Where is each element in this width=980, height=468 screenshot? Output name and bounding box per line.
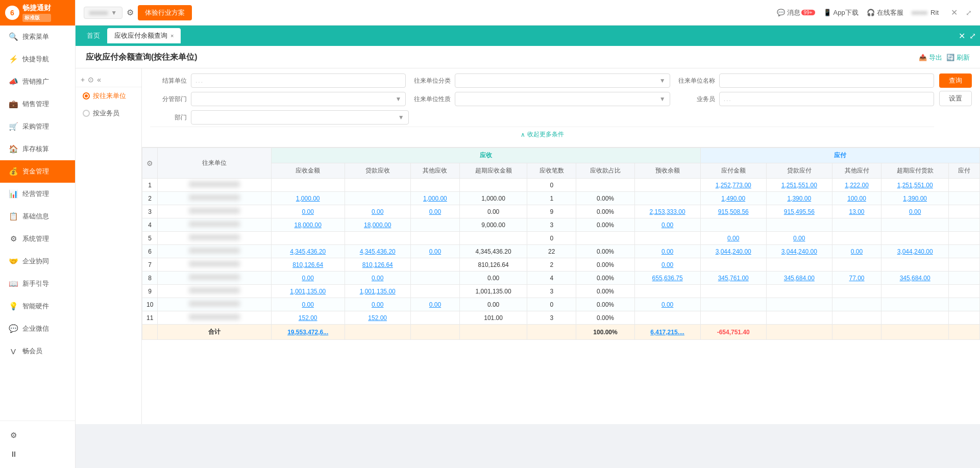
table-cell[interactable] [634,232,700,245]
sidebar-item-7[interactable]: 📊经营管理 [0,183,75,205]
table-cell[interactable]: 1,490.00 [700,192,766,205]
sidebar-item-9[interactable]: ⚙系统管理 [0,228,75,250]
table-cell[interactable]: 0.00 [345,272,410,285]
settings-btn[interactable]: 设置 [939,91,972,106]
table-cell[interactable]: 0.00 [345,205,410,218]
table-cell[interactable] [345,232,410,245]
sidebar-pause[interactable]: ⏸ [0,445,75,463]
table-cell[interactable] [700,258,766,272]
table-cell[interactable]: 915,495.56 [766,205,832,218]
table-cell[interactable] [700,285,766,298]
table-cell[interactable]: 0.00 [271,298,345,311]
sidebar-item-1[interactable]: ⚡快捷导航 [0,48,75,70]
table-cell[interactable]: 0.00 [410,245,459,258]
table-cell[interactable]: 0.00 [345,298,410,311]
footer-prepaid-bal[interactable]: 6,417,215.... [634,325,700,340]
table-cell[interactable] [766,298,832,311]
tab-close-all-btn[interactable]: ✕ [959,31,965,41]
table-cell[interactable] [832,311,881,325]
table-cell[interactable] [410,272,459,285]
table-cell[interactable]: 18,000.00 [345,218,410,232]
counterpart-category-input[interactable]: ▼ [455,73,670,88]
table-cell[interactable]: 0.00 [271,272,345,285]
table-cell[interactable]: 345,684.00 [881,272,949,285]
filter-panel-item-salesperson[interactable]: 按业务员 [76,105,141,122]
user-name[interactable]: Rit [930,9,939,16]
table-cell[interactable] [345,179,410,192]
table-cell[interactable]: 0.00 [410,298,459,311]
expand-window-btn[interactable]: ⤢ [966,9,972,17]
table-cell[interactable]: 100.00 [832,192,881,205]
table-cell[interactable]: 810,126.64 [271,258,345,272]
table-cell[interactable]: 4,345,436.20 [271,245,345,258]
table-cell[interactable] [881,218,949,232]
table-cell[interactable]: 18,000.00 [271,218,345,232]
table-cell[interactable]: 0.00 [634,218,700,232]
table-cell[interactable] [271,232,345,245]
table-cell[interactable]: 345,761.00 [700,272,766,285]
tab-active[interactable]: 应收应付余额查询 × [107,28,181,43]
table-cell[interactable]: 0.00 [410,205,459,218]
table-cell[interactable] [766,285,832,298]
settings-view-btn[interactable]: ⊙ [88,76,94,84]
filter-panel-item-counterpart[interactable]: 按往来单位 [76,87,141,105]
query-btn[interactable]: 查询 [939,73,972,88]
table-cell[interactable] [766,258,832,272]
table-cell[interactable] [832,218,881,232]
table-cell[interactable] [700,311,766,325]
table-cell[interactable]: 1,000.00 [410,192,459,205]
table-cell[interactable]: 3,044,240.00 [766,245,832,258]
table-cell[interactable] [881,311,949,325]
table-cell[interactable]: 0.00 [700,232,766,245]
branch-dept-input[interactable]: ▼ [191,92,406,106]
table-cell[interactable] [881,285,949,298]
tab-close-btn[interactable]: × [170,33,174,39]
table-cell[interactable] [634,179,700,192]
table-cell[interactable]: 810,126.64 [345,258,410,272]
settlement-unit-input[interactable]: ... [191,73,406,88]
table-cell[interactable]: 0.00 [271,205,345,218]
table-cell[interactable]: 1,390.00 [881,192,949,205]
table-cell[interactable] [634,285,700,298]
sidebar-item-6[interactable]: 💰资金管理 [0,160,75,183]
table-cell[interactable] [832,258,881,272]
sidebar-item-4[interactable]: 🛒采购管理 [0,115,75,138]
table-cell[interactable] [832,298,881,311]
sidebar-item-5[interactable]: 🏠库存核算 [0,138,75,160]
app-download-btn[interactable]: 📱 App下载 [823,8,859,17]
table-cell[interactable]: 3,044,240.00 [700,245,766,258]
table-cell[interactable] [410,232,459,245]
sidebar-item-0[interactable]: 🔍搜索菜单 [0,26,75,48]
sidebar-item-2[interactable]: 📣营销推广 [0,70,75,93]
table-cell[interactable]: 915,508.56 [700,205,766,218]
close-window-btn[interactable]: ✕ [951,8,958,17]
table-cell[interactable]: 152.00 [345,311,410,325]
sidebar-item-8[interactable]: 📋基础信息 [0,205,75,228]
online-service-btn[interactable]: 🎧 在线客服 [867,8,903,17]
sidebar-item-14[interactable]: V畅会员 [0,340,75,362]
table-cell[interactable]: 1,000.00 [271,192,345,205]
sidebar-item-10[interactable]: 🤝企业协同 [0,250,75,273]
add-view-btn[interactable]: + [81,76,85,84]
footer-rec-amount[interactable]: 19,553,472,6... [271,325,345,340]
table-cell[interactable] [634,311,700,325]
table-cell[interactable] [634,192,700,205]
table-cell[interactable] [410,179,459,192]
sidebar-item-12[interactable]: 💡智能硬件 [0,295,75,317]
table-cell[interactable]: 1,251,551.00 [881,179,949,192]
counterpart-name-input[interactable] [719,73,934,88]
table-cell[interactable] [410,285,459,298]
table-cell[interactable] [410,258,459,272]
table-cell[interactable]: 1,222.00 [832,179,881,192]
table-cell[interactable]: 345,684.00 [766,272,832,285]
table-cell[interactable] [345,192,410,205]
table-cell[interactable]: 13.00 [832,205,881,218]
messages-btn[interactable]: 💬 消息 99+ [777,8,815,17]
table-settings-icon[interactable]: ⚙ [146,159,153,167]
table-cell[interactable] [700,218,766,232]
table-cell[interactable]: 77.00 [832,272,881,285]
table-cell[interactable] [410,311,459,325]
table-cell[interactable] [766,218,832,232]
header-gear-btn[interactable]: ⚙ [127,8,134,17]
sidebar-item-13[interactable]: 💬企业微信 [0,317,75,340]
